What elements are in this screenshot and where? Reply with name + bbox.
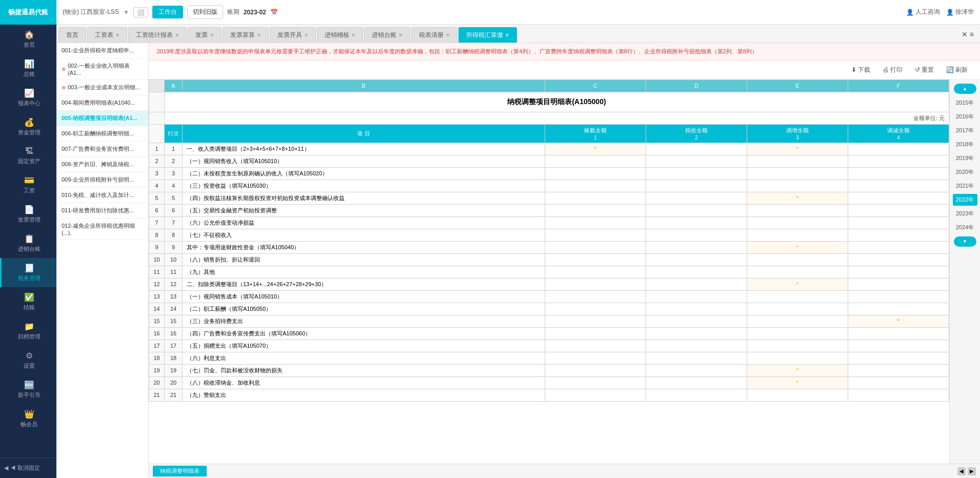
cell-r6-c0[interactable] [545,216,646,229]
refresh-button[interactable]: 🔄 刷新 [942,64,972,76]
sidebar-item-finance[interactable]: 💰 资金管理 [0,112,56,142]
cell-r19-c1[interactable] [646,376,747,389]
tab-tax_clear[interactable]: 税表清册 ✕ [411,27,457,43]
sidebar-item-settings[interactable]: ⚙ 设置 [0,346,56,375]
year-btn-2018[interactable]: 2018年 [953,138,977,150]
cell-r7-c2[interactable] [747,229,848,241]
cell-r13-c2[interactable] [747,303,848,315]
tab-close-all[interactable]: ✕ ≡ [955,26,980,43]
cell-r3-c2[interactable] [747,180,848,192]
left-panel-item-005[interactable]: 005-纳税调整项目明细表(A1... [56,111,148,126]
sidebar-item-report[interactable]: 📈 报表中心 [0,83,56,112]
tab-invoice_open[interactable]: 发票开具 ✕ [270,27,316,43]
tab-close-salary[interactable]: ✕ [115,32,119,38]
tab-close-tax_clear[interactable]: ✕ [446,32,450,38]
cell-r13-c1[interactable] [646,303,747,315]
cell-r6-c2[interactable] [747,216,848,229]
sidebar-item-home[interactable]: 🏠 首页 [0,25,56,54]
tab-close-purchase_check[interactable]: ✕ [351,32,355,38]
cell-r8-c1[interactable] [646,241,747,253]
scroll-right-btn[interactable]: ▶ [968,467,976,475]
cell-r15-c1[interactable] [646,327,747,340]
cell-r16-c3[interactable] [848,340,949,352]
cell-r10-c2[interactable] [747,266,848,278]
tab-salary_stat[interactable]: 工资统计报表 ✕ [128,27,187,43]
cell-r10-c1[interactable] [646,266,747,278]
left-panel-item-008[interactable]: 008-资产折旧、摊销及纳税... [56,157,148,172]
tab-close-invoice[interactable]: ✕ [210,32,214,38]
tab-home[interactable]: 首页 [58,27,86,43]
cell-r11-c0[interactable] [545,278,646,290]
cell-r2-c1[interactable] [646,167,747,180]
cell-r17-c3[interactable] [848,352,949,364]
cell-r9-c3[interactable] [848,253,949,266]
tab-purchase_check[interactable]: 进销稽核 ✕ [317,27,363,43]
cell-r5-c1[interactable] [646,204,747,216]
cell-r18-c2[interactable]: * [747,364,848,376]
cell-r5-c2[interactable] [747,204,848,216]
tab-close-purchase_ledger[interactable]: ✕ [398,32,403,38]
year-btn-2020[interactable]: 2020年 [953,166,977,178]
calendar-icon[interactable]: 📅 [270,9,278,16]
cell-r4-c0[interactable] [545,192,646,204]
cell-r17-c2[interactable] [747,352,848,364]
year-btn-2022[interactable]: 2022年 [953,194,977,206]
cell-r16-c1[interactable] [646,340,747,352]
cell-r11-c3[interactable] [848,278,949,290]
left-panel-item-006[interactable]: 006-职工薪酬纳税调整明细... [56,126,148,142]
sidebar-item-salary[interactable]: 💳 工资 [0,170,56,200]
sidebar-item-settlement[interactable]: ✅ 结账 [0,287,56,316]
sidebar-item-assets[interactable]: 🏗 固定资产 [0,142,56,170]
cell-r6-c1[interactable] [646,216,747,229]
cell-r10-c0[interactable] [545,266,646,278]
cell-r18-c0[interactable] [545,364,646,376]
cell-r10-c3[interactable] [848,266,949,278]
tab-close-income_tax[interactable]: ✕ [505,32,509,38]
topbar-copy-icon[interactable]: ⬜ [133,7,148,17]
left-panel-item-011[interactable]: 011-研发费用加计扣除优惠... [56,203,148,218]
cell-r13-c0[interactable] [545,303,646,315]
sidebar-item-tax[interactable]: 🧾 税务管理 [0,258,56,287]
cell-r3-c0[interactable] [545,180,646,192]
cell-r3-c1[interactable] [646,180,747,192]
switch-old-button[interactable]: 切到旧版 [187,5,223,19]
cell-r0-c0[interactable]: * [545,143,646,155]
left-panel-item-010[interactable]: 010-免税、减计收入及加计... [56,188,148,203]
cell-r15-c2[interactable] [747,327,848,340]
cell-r18-c1[interactable] [646,364,747,376]
sidebar-item-ledger[interactable]: 📊 总账 [0,54,56,83]
left-panel-item-001[interactable]: 001-企业所得税年度纳税申... [56,43,148,58]
tab-salary[interactable]: 工资表 ✕ [87,27,127,43]
cell-r4-c1[interactable] [646,192,747,204]
year-btn-2019[interactable]: 2019年 [953,152,977,164]
cell-r2-c2[interactable] [747,167,848,180]
cell-r1-c1[interactable] [646,155,747,167]
cell-r2-c3[interactable] [848,167,949,180]
cell-r17-c0[interactable] [545,352,646,364]
cell-r19-c2[interactable]: * [747,376,848,389]
cell-r12-c2[interactable] [747,290,848,303]
cell-r17-c1[interactable] [646,352,747,364]
user-avatar[interactable]: 👤 徐泽华 [946,8,974,16]
sidebar-item-guide[interactable]: 🆕 新手引导 [0,375,56,404]
tab-invoice[interactable]: 发票 ✕ [188,27,222,43]
cell-r14-c0[interactable] [545,315,646,327]
cell-r8-c0[interactable] [545,241,646,253]
year-scroll-up[interactable]: ▲ [954,84,976,94]
left-panel-item-007[interactable]: 007-广告费和业务宣传费明... [56,142,148,157]
cell-r1-c3[interactable] [848,155,949,167]
year-scroll-down[interactable]: ▼ [954,236,976,247]
cell-r4-c2[interactable]: * [747,192,848,204]
year-btn-2016[interactable]: 2016年 [953,111,977,123]
tab-close-invoice_calc[interactable]: ✕ [257,32,261,38]
cell-r16-c2[interactable] [747,340,848,352]
cell-r12-c0[interactable] [545,290,646,303]
pin-toggle[interactable]: ◀ ◀ 取消固定 [4,462,52,474]
tab-income_tax[interactable]: 所得税汇算缴 ✕ [458,27,517,43]
sidebar-item-ledger2[interactable]: 📋 进销台账 [0,229,56,258]
cell-r9-c0[interactable] [545,253,646,266]
print-button[interactable]: 🖨 打印 [878,64,907,76]
bottom-sheet-tab[interactable]: 纳税调整明细表 [153,466,207,476]
cell-r12-c3[interactable] [848,290,949,303]
year-btn-2024[interactable]: 2024年 [953,222,977,233]
